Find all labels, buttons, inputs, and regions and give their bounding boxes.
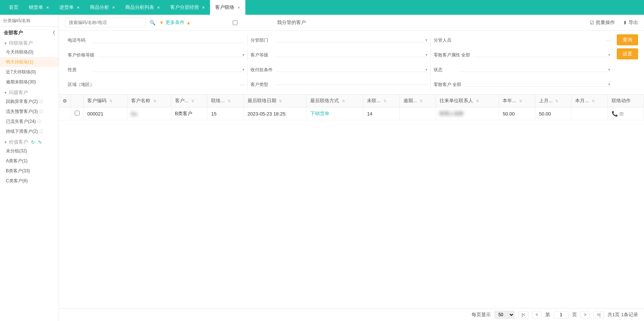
- sidebar-item-churned[interactable]: 已流失客户(24) ⓘ: [0, 117, 59, 127]
- customer-type-select[interactable]: [276, 84, 427, 85]
- sidebar-item-ungrouped[interactable]: 未分组(32): [0, 146, 59, 156]
- qr-icon[interactable]: ⊞: [619, 111, 624, 117]
- sidebar-item-class-c[interactable]: C类客户(6): [0, 176, 59, 186]
- sidebar-item-repurchase-anomaly[interactable]: 回购异常客户(2) ⓘ: [0, 97, 59, 107]
- search-icon[interactable]: 🔍: [150, 20, 155, 25]
- filter-row-4: 区域（地区） ··· 客户类型 零散客户 全部: [65, 79, 613, 90]
- col-code[interactable]: 客户编码 ⇅: [84, 94, 127, 107]
- nav-customer-contact[interactable]: 客户联络 ✕: [210, 0, 245, 15]
- all-customers-header[interactable]: 全部客户 《: [0, 27, 59, 38]
- phone-input[interactable]: [93, 38, 244, 43]
- row-name: Ea: [127, 107, 171, 120]
- col-overdue[interactable]: 逾期... ⇅: [399, 94, 436, 107]
- top-nav: 首页 销货单 ✕ 进货单 ✕ 商品分析 ✕ 商品分析列表 ✕ 客户分层经营 ✕ …: [0, 0, 644, 15]
- last-page-btn[interactable]: >|: [594, 311, 604, 318]
- col-type[interactable]: 客户... ⇅: [171, 94, 207, 107]
- sidebar-item-7days[interactable]: 近7天待联络(0): [0, 67, 59, 77]
- dept-select[interactable]: ▾: [276, 38, 427, 42]
- filter-phone: 电话号码: [65, 34, 248, 46]
- col-not-contacted[interactable]: 未联... ⇅: [363, 94, 400, 107]
- col-this-month[interactable]: 本月... ⇅: [571, 94, 608, 107]
- sidebar-item-churn-warning[interactable]: 流失预警客户(3) ⓘ: [0, 107, 59, 117]
- close-icon[interactable]: ✕: [202, 6, 205, 10]
- nature-select[interactable]: ▾: [93, 68, 244, 72]
- retail-customer-select[interactable]: ▾: [464, 82, 610, 87]
- sidebar-item-class-b[interactable]: B类客户(33): [0, 166, 59, 176]
- price-grade-select[interactable]: ▾: [97, 53, 244, 57]
- filter-retail-attr: 零散客户属性 全部 ▾: [431, 49, 613, 61]
- col-last-date[interactable]: 最后联络日期 ⇅: [244, 94, 307, 107]
- nav-purchase-order[interactable]: 进货单 ✕: [54, 0, 85, 15]
- filter-row-2: 客户价格等级 ▾ 客户等级 ▾: [65, 49, 613, 61]
- group-value-customers[interactable]: ▼ 价值客户 ↻ ✎: [0, 137, 59, 146]
- nav-home[interactable]: 首页: [4, 0, 24, 15]
- close-icon[interactable]: ✕: [157, 6, 160, 10]
- first-page-btn[interactable]: |<: [518, 311, 529, 318]
- sidebar-item-today[interactable]: 今天待联络(0): [0, 47, 59, 57]
- close-icon[interactable]: ✕: [112, 6, 115, 10]
- batch-op-btn[interactable]: ☑ 批量操作: [590, 19, 615, 26]
- page-label: 第: [545, 311, 550, 318]
- prev-page-btn[interactable]: <: [532, 311, 542, 318]
- col-this-year[interactable]: 本年... ⇅: [499, 94, 535, 107]
- per-page-label: 每页显示: [472, 311, 491, 318]
- col-last-method[interactable]: 最后联络方式 ⇅: [307, 94, 363, 107]
- page-input[interactable]: [554, 311, 568, 318]
- chevron-down-icon: ▾: [426, 53, 427, 57]
- filter-dept: 分管部门 ▾: [248, 34, 430, 46]
- nav-product-analysis-list[interactable]: 商品分析列表 ✕: [120, 0, 165, 15]
- arrow-icon: ▼: [4, 91, 7, 95]
- next-page-btn[interactable]: >: [581, 311, 590, 318]
- row-last-date: 2023-05-23 18:25:: [244, 107, 307, 120]
- my-customers-checkbox[interactable]: 我分管的客户: [195, 19, 306, 26]
- export-btn[interactable]: ⬆ 导出: [623, 19, 638, 26]
- sidebar-item-tomorrow[interactable]: 明天待联络(1): [0, 57, 59, 67]
- call-icon[interactable]: 📞: [612, 111, 618, 117]
- payment-select[interactable]: ▾: [276, 68, 427, 72]
- nav-customer-segmentation[interactable]: 客户分层经营 ✕: [165, 0, 210, 15]
- group-pending-contact[interactable]: ▼ 待联络客户: [0, 38, 59, 47]
- settings-button[interactable]: 设置: [617, 48, 638, 59]
- sidebar-item-overdue[interactable]: 逾期未联络(30): [0, 77, 59, 87]
- close-icon[interactable]: ✕: [46, 6, 49, 10]
- row-checkbox[interactable]: [71, 107, 84, 120]
- more-icon[interactable]: ···: [606, 38, 610, 43]
- search-input[interactable]: [65, 18, 146, 27]
- my-customers-check[interactable]: [195, 20, 276, 25]
- nav-sales-order[interactable]: 销货单 ✕: [24, 0, 54, 15]
- chevron-down-icon: ▾: [608, 68, 610, 72]
- filter-region: 区域（地区） ···: [65, 79, 248, 90]
- filter-icon: ▼: [159, 20, 164, 25]
- nav-product-analysis[interactable]: 商品分析 ✕: [85, 0, 120, 15]
- table-container: ⚙ 客户编码 ⇅ 客户名称 ⇅ 客户... ⇅ 联络... ⇅ 最后联络日期 ⇅…: [59, 94, 644, 308]
- more-icon[interactable]: ···: [240, 82, 244, 87]
- sort-icon: ⇅: [228, 99, 231, 103]
- per-page-select[interactable]: 50 100 200: [494, 311, 515, 319]
- advanced-filter: 电话号码 分管部门 ▾ 分管人员: [59, 31, 644, 94]
- col-contact-person[interactable]: 往来单位联系人 ⇅: [436, 94, 499, 107]
- col-last-month[interactable]: 上月... ⇅: [535, 94, 571, 107]
- col-settings[interactable]: ⚙: [59, 94, 71, 107]
- more-conditions-btn[interactable]: ▼ 更多条件 ▲: [159, 19, 191, 26]
- row-check[interactable]: [75, 111, 80, 115]
- filter-nature: 性质 ▾: [65, 64, 248, 76]
- sidebar-item-declining[interactable]: 持续下滑客户(2) ⓘ: [0, 127, 59, 137]
- sidebar-item-class-a[interactable]: A类客户(1): [0, 156, 59, 166]
- close-icon[interactable]: ✕: [237, 6, 240, 10]
- last-method-link[interactable]: 下销货单: [310, 111, 329, 116]
- status-select[interactable]: ▾: [459, 68, 610, 72]
- edit-icon[interactable]: ✎: [38, 139, 42, 145]
- customer-grade-select[interactable]: ▾: [276, 53, 427, 57]
- query-button[interactable]: 查询: [617, 34, 638, 45]
- collapse-icon[interactable]: 《: [50, 30, 55, 36]
- group-problem-customers[interactable]: ▼ 问题客户: [0, 87, 59, 97]
- sidebar-search-input[interactable]: [3, 18, 58, 23]
- refresh-icon[interactable]: ↻: [31, 139, 35, 145]
- retail-attr-select[interactable]: ▾: [473, 53, 610, 57]
- col-name[interactable]: 客户名称 ⇅: [127, 94, 171, 107]
- sort-icon: ⇅: [109, 99, 112, 103]
- close-icon[interactable]: ✕: [77, 6, 80, 10]
- filter-retail-customer: 零散客户 全部 ▾: [431, 79, 613, 90]
- row-last-month: 50.00: [535, 107, 571, 120]
- col-contact-count[interactable]: 联络... ⇅: [207, 94, 244, 107]
